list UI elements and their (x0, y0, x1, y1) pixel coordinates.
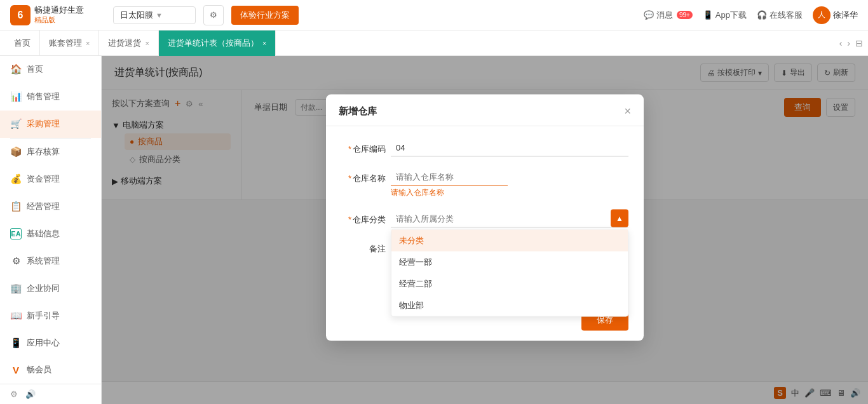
topbar: 6 畅捷通好生意 精品版 日太阳膜 ▼ ⚙ 体验行业方案 💬 消息 99+ 📱 … (0, 0, 868, 30)
dropdown-item-dept3[interactable]: 物业部 (391, 295, 628, 316)
sidebar-item-finance[interactable]: 💰 资金管理 (0, 166, 101, 193)
modal-header: 新增仓库 × (326, 95, 644, 126)
app-download-button[interactable]: 📱 App下载 (703, 10, 747, 21)
tab-purchase-stats[interactable]: 进货单统计表（按商品） × (159, 30, 276, 56)
settings-button[interactable]: ⚙ (203, 5, 224, 25)
tab-purchase-stats-label: 进货单统计表（按商品） (168, 37, 259, 49)
username: 徐泽华 (833, 10, 858, 21)
message-icon: 💬 (644, 10, 654, 20)
category-label: *仓库分类 (341, 210, 386, 226)
category-dropdown-list: 未分类 经营一部 经营二部 物业部 (391, 229, 628, 317)
app-name: 畅捷通好生意 (34, 5, 84, 16)
sidebar-label-sales: 销售管理 (27, 91, 60, 102)
sidebar-bottom: ⚙ 🔊 (0, 384, 101, 404)
dropdown-item-unclassified[interactable]: 未分类 (391, 230, 628, 252)
sidebar-label-vip: 畅会员 (27, 364, 51, 375)
topbar-right: 💬 消息 99+ 📱 App下载 🎧 在线客服 人 徐泽华 (644, 6, 858, 24)
category-input[interactable] (391, 210, 611, 227)
tab-more[interactable]: ⊟ (855, 38, 863, 48)
sidebar-label-purchase: 采购管理 (27, 118, 60, 130)
name-input-wrapper: 请输入仓库名称 (391, 168, 508, 198)
basics-icon: EA (10, 228, 22, 239)
main-layout: 🏠 首页 📊 销售管理 🛒 采购管理 📦 库存核算 💰 资金管理 📋 经营管理 … (0, 56, 868, 404)
sidebar: 🏠 首页 📊 销售管理 🛒 采购管理 📦 库存核算 💰 资金管理 📋 经营管理 … (0, 56, 102, 404)
modal-close-button[interactable]: × (624, 105, 631, 118)
tab-purchase-return-label: 进货退货 (108, 37, 141, 49)
sidebar-item-basics[interactable]: EA 基础信息 (0, 220, 101, 247)
avatar: 人 (813, 6, 831, 24)
store-name: 日太阳膜 (120, 10, 153, 21)
tab-purchase-return[interactable]: 进货退货 × (99, 30, 158, 56)
sidebar-settings-icon[interactable]: ⚙ (10, 389, 18, 399)
category-dropdown: ▲ 未分类 经营一部 经营二部 物业部 (391, 210, 628, 228)
sidebar-item-operations[interactable]: 📋 经营管理 (0, 193, 101, 220)
sidebar-item-home[interactable]: 🏠 首页 (0, 56, 101, 83)
tab-purchase-stats-close[interactable]: × (262, 39, 266, 47)
tab-accounts-label: 账套管理 (49, 37, 82, 49)
inventory-icon: 📦 (10, 146, 22, 158)
sidebar-label-enterprise: 企业协同 (27, 283, 60, 294)
gear-icon: ⚙ (210, 10, 217, 20)
sidebar-item-inventory[interactable]: 📦 库存核算 (0, 138, 101, 166)
form-row-category: *仓库分类 ▲ 未分类 经营一部 经营二部 (341, 210, 628, 228)
tab-home[interactable]: 首页 (5, 30, 40, 56)
app-center-icon: 📱 (10, 337, 22, 349)
tab-scroll-left[interactable]: ‹ (839, 38, 843, 48)
headset-icon: 🎧 (757, 10, 767, 20)
logo-area: 6 畅捷通好生意 精品版 (10, 5, 105, 25)
enterprise-icon: 🏢 (10, 283, 22, 294)
system-icon: ⚙ (10, 255, 22, 267)
modal-title: 新增仓库 (339, 105, 377, 118)
category-dropdown-arrow[interactable]: ▲ (611, 210, 628, 227)
name-error-message: 请输入仓库名称 (391, 187, 508, 198)
trial-button[interactable]: 体验行业方案 (231, 6, 299, 25)
guide-icon: 📖 (10, 310, 22, 321)
sidebar-item-app-center[interactable]: 📱 应用中心 (0, 329, 101, 356)
purchase-icon: 🛒 (10, 118, 22, 130)
sidebar-item-sales[interactable]: 📊 销售管理 (0, 83, 101, 111)
sidebar-label-basics: 基础信息 (27, 228, 60, 239)
store-dropdown-arrow: ▼ (156, 11, 163, 19)
logo-icon: 6 (10, 5, 31, 25)
sidebar-label-home: 首页 (27, 64, 43, 75)
online-service-button[interactable]: 🎧 在线客服 (757, 10, 803, 21)
code-label: *仓库编码 (341, 139, 386, 155)
tab-purchase-return-close[interactable]: × (145, 39, 149, 47)
sidebar-label-finance: 资金管理 (27, 173, 60, 185)
tab-home-label: 首页 (14, 37, 31, 49)
sidebar-item-purchase[interactable]: 🛒 采购管理 (0, 111, 101, 138)
name-label: *仓库名称 (341, 168, 386, 184)
add-warehouse-modal: 新增仓库 × *仓库编码 *仓库名称 (326, 95, 644, 341)
home-icon: 🏠 (10, 64, 22, 75)
message-badge: 99+ (677, 11, 693, 19)
operations-icon: 📋 (10, 201, 22, 212)
messages-button[interactable]: 💬 消息 99+ (644, 10, 693, 21)
name-input[interactable] (391, 168, 508, 186)
dropdown-item-dept1[interactable]: 经营一部 (391, 252, 628, 273)
modal-body: *仓库编码 *仓库名称 请输入仓库名称 (326, 126, 644, 302)
content-area: 进货单统计(按商品) 🖨 按模板打印 ▾ ⬇ 导出 ↻ 刷新 (102, 56, 868, 404)
sidebar-item-vip[interactable]: V 畅会员 (0, 356, 101, 384)
sidebar-label-app-center: 应用中心 (27, 337, 60, 349)
finance-icon: 💰 (10, 173, 22, 185)
tab-controls: ‹ › ⊟ (839, 38, 863, 48)
store-selector[interactable]: 日太阳膜 ▼ (113, 6, 196, 24)
tab-scroll-right[interactable]: › (847, 38, 850, 48)
sales-icon: 📊 (10, 91, 22, 102)
messages-label: 消息 (656, 10, 673, 21)
app-sub: 精品版 (34, 15, 84, 25)
tab-accounts[interactable]: 账套管理 × (40, 30, 99, 56)
code-input[interactable] (391, 139, 628, 157)
app-download-label: App下载 (715, 10, 747, 21)
dropdown-item-dept2[interactable]: 经营二部 (391, 273, 628, 295)
tab-accounts-close[interactable]: × (86, 39, 90, 47)
sidebar-label-operations: 经营管理 (27, 201, 60, 212)
sidebar-item-system[interactable]: ⚙ 系统管理 (0, 247, 101, 274)
note-label: 备注 (341, 239, 386, 255)
sidebar-volume-icon[interactable]: 🔊 (25, 389, 36, 399)
user-area[interactable]: 人 徐泽华 (813, 6, 858, 24)
sidebar-label-system: 系统管理 (27, 255, 60, 267)
sidebar-item-enterprise[interactable]: 🏢 企业协同 (0, 274, 101, 302)
sidebar-item-guide[interactable]: 📖 新手引导 (0, 302, 101, 329)
tabbar: 首页 账套管理 × 进货退货 × 进货单统计表（按商品） × ‹ › ⊟ (0, 30, 868, 56)
